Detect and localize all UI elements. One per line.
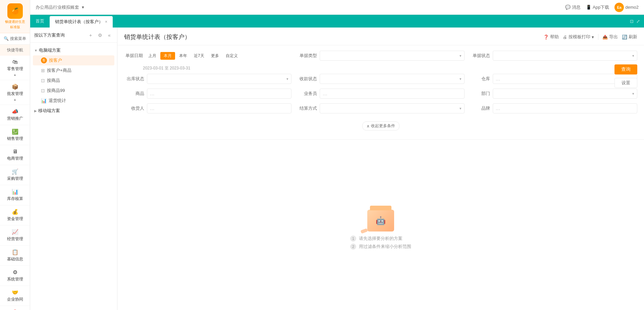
main-area: 办公用品行业模拟账套 ▾ 💬 消息 📱 App下载 Ea demo2 首页 销货…	[30, 0, 644, 310]
inventory-icon: 📊	[12, 189, 18, 195]
export-btn[interactable]: 📤 导出	[602, 34, 618, 40]
schema-item-goods99[interactable]: ⊡ 按商品99	[33, 86, 114, 96]
collapse-bar: ∧ 收起更多条件	[124, 118, 637, 134]
industry-label: 办公用品行业模拟账套	[36, 4, 79, 10]
message-btn[interactable]: 💬 消息	[565, 4, 581, 10]
schema-item-customer-goods[interactable]: ⊞ 按客户+商品	[33, 65, 114, 75]
filter-out-status-cell: 出库状态 ▾	[124, 74, 291, 84]
sidebar-item-finance[interactable]: 💰 资金管理	[0, 205, 30, 225]
page-header-actions: ❓ 帮助 🖨 按模板打印 ▾ 📤 导出 🔄 刷新	[543, 34, 637, 40]
template-print-label: 按模板打印	[569, 34, 590, 40]
goods-label: 商品	[124, 91, 144, 97]
industry-dropdown-icon[interactable]: ▾	[82, 5, 84, 10]
page-content: 按以下方案查询 + ⚙ « ▼ 电脑端方案	[30, 28, 644, 310]
quick-nav[interactable]: 快捷导航	[0, 45, 30, 56]
sidebar-item-inventory[interactable]: 📊 库存核算	[0, 185, 30, 205]
schema-item-return[interactable]: 📊 退货统计	[33, 96, 114, 106]
action-buttons: 查询 设置	[614, 64, 637, 88]
app-download-btn[interactable]: 📱 App下载	[586, 4, 609, 10]
template-print-btn[interactable]: 🖨 按模板打印 ▾	[563, 34, 598, 40]
tab-maximize-icon[interactable]: ⤢	[636, 19, 640, 24]
tab-active-label: 销货单统计表（按客户）	[55, 19, 103, 25]
bill-status-select[interactable]: ▾	[493, 51, 637, 61]
logo-text: 畅捷通好生意	[3, 19, 26, 24]
receiver-input[interactable]: ...	[147, 103, 291, 113]
mobile-group-label: 移动端方案	[38, 108, 60, 114]
date-btn-last-month[interactable]: 上月	[146, 52, 159, 60]
sidebar-item-sales[interactable]: 💹 销售管理	[0, 125, 30, 145]
settlement-label: 结算方式	[297, 105, 317, 111]
receive-status-select[interactable]: ▾	[320, 74, 464, 84]
sidebar-item-marketing[interactable]: 📣 营销推广	[0, 105, 30, 125]
receive-status-label: 收款状态	[297, 76, 317, 82]
mobile-schema-group: ▶ 移动端方案	[30, 106, 117, 116]
department-select[interactable]: ▾	[493, 89, 637, 99]
sidebar-item-ecommerce[interactable]: 🖥 电商管理	[0, 145, 30, 165]
export-icon: 📤	[602, 35, 608, 40]
add-schema-btn[interactable]: +	[87, 32, 94, 39]
tab-home[interactable]: 首页	[30, 15, 50, 28]
brand-label: 品牌	[470, 105, 490, 111]
schema-item-customer-label: 按客户	[49, 57, 62, 63]
settings-schema-btn[interactable]: ⚙	[96, 32, 104, 39]
search-icon: 🔍	[4, 36, 9, 41]
settings-btn[interactable]: 设置	[614, 78, 637, 88]
topbar-left: 办公用品行业模拟账套 ▾	[36, 4, 84, 10]
ecommerce-icon: 🖥	[12, 149, 18, 155]
add-icon: +	[89, 33, 92, 38]
out-status-dropdown-icon: ▾	[286, 77, 288, 81]
sidebar-item-retail[interactable]: 🛍 零售管理 ▲	[0, 56, 30, 80]
settlement-select[interactable]: ▾	[320, 103, 464, 113]
goods-input[interactable]: ...	[147, 89, 291, 99]
group-expand-icon: ▼	[34, 49, 38, 52]
sidebar-item-operation[interactable]: 📈 经营管理	[0, 225, 30, 246]
bill-type-select[interactable]: ▾	[320, 51, 464, 61]
collapse-btn[interactable]: ∧ 收起更多条件	[362, 121, 399, 131]
warehouse-dots: ...	[496, 76, 500, 82]
sidebar-item-system[interactable]: ⚙ 系统管理	[0, 266, 30, 286]
mobile-group-icon: ▶	[34, 109, 37, 113]
mobile-group-title[interactable]: ▶ 移动端方案	[33, 106, 114, 116]
desktop-group-title[interactable]: ▼ 电脑端方案	[33, 45, 114, 55]
date-btn-custom[interactable]: 自定义	[223, 52, 240, 60]
date-btn-more[interactable]: 更多	[208, 52, 222, 60]
sidebar-item-wholesale[interactable]: 📦 批发管理 ▲	[0, 80, 30, 105]
logo-subtext: 标准版	[3, 25, 26, 30]
refresh-btn[interactable]: 🔄 刷新	[622, 34, 637, 40]
salesperson-input[interactable]: ...	[320, 89, 464, 99]
desktop-schema-group: ▼ 电脑端方案 客 按客户 ⊞ 按客户+商品 ⊡ 按商品 ⊡ 按商品99	[30, 45, 117, 106]
schema-item-customer[interactable]: 客 按客户	[33, 55, 114, 65]
query-btn[interactable]: 查询	[614, 64, 637, 74]
sidebar-item-newbie[interactable]: 🎯 新手引导	[0, 306, 30, 310]
marketing-icon: 📣	[12, 108, 18, 115]
sidebar-item-purchase[interactable]: 🛒 采购管理	[0, 165, 30, 185]
help-btn[interactable]: ❓ 帮助	[543, 34, 559, 40]
empty-state: 🤖 1 请先选择要分析的方案 2 用过滤条件来缩小分析范围	[117, 140, 644, 310]
date-btn-this-month[interactable]: 本月	[160, 52, 175, 60]
date-btn-this-year[interactable]: 本年	[176, 52, 190, 60]
tab-close-icon[interactable]: ×	[105, 19, 107, 24]
enterprise-icon: 🤝	[12, 289, 18, 296]
user-name: demo2	[625, 5, 639, 10]
collapse-panel-btn[interactable]: «	[106, 32, 113, 39]
hint-2-text: 用过滤条件来缩小分析范围	[359, 244, 411, 250]
search-menu[interactable]: 🔍 搜索菜单	[0, 33, 30, 45]
empty-hint-1: 1 请先选择要分析的方案	[350, 236, 411, 242]
warehouse-label: 仓库	[470, 76, 490, 82]
brand-input[interactable]: ...	[493, 103, 637, 113]
tabs-controls: ⊡ ⤢	[630, 19, 644, 24]
sidebar-item-basic[interactable]: 📋 基础信息	[0, 246, 30, 266]
user-area[interactable]: Ea demo2	[614, 3, 639, 12]
filter-bill-type-cell: 单据类型 ▾	[297, 51, 464, 61]
template-print-dropdown-icon: ▾	[592, 35, 594, 40]
sidebar-item-enterprise[interactable]: 🤝 企业协同	[0, 286, 30, 306]
date-btn-7days[interactable]: 近7天	[191, 52, 207, 60]
receiver-label: 收货人	[124, 105, 144, 111]
out-status-select[interactable]: ▾	[147, 74, 291, 84]
finance-icon: 💰	[12, 209, 18, 215]
filter-receiver-cell: 收货人 ...	[124, 103, 291, 113]
tab-active[interactable]: 销货单统计表（按客户） ×	[50, 16, 113, 28]
schema-item-goods[interactable]: ⊡ 按商品	[33, 75, 114, 86]
sidebar-item-enterprise-label: 企业协同	[7, 297, 23, 302]
tab-minimize-icon[interactable]: ⊡	[630, 19, 634, 24]
